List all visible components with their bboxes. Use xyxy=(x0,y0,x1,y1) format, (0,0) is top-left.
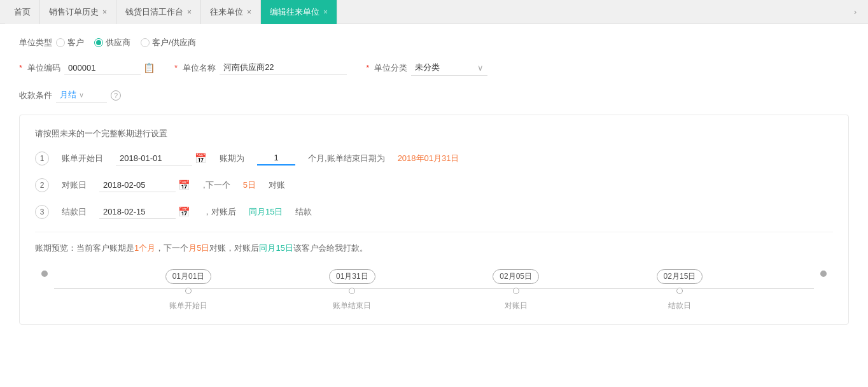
preview-text: 账期预览：当前客户账期是1个月，下一个月5日对账，对账后同月15日该客户会给我打… xyxy=(35,243,833,254)
preview-label: 账期预览： xyxy=(35,243,76,253)
timeline-container: 01月01日 账单开始日 01月31日 账单结束日 02月05日 对账日 xyxy=(35,269,833,311)
tab-edit-partner-label: 编辑往来单位 xyxy=(270,6,319,18)
content-area: 单位类型 客户 供应商 客户/供应商 * 单位编码 xyxy=(0,24,868,387)
timeline-right-end xyxy=(820,269,827,277)
unit-code-copy-icon[interactable]: 📋 xyxy=(143,62,155,74)
radio-supplier-circle xyxy=(94,38,103,47)
unit-name-label: 单位名称 xyxy=(183,62,216,74)
timeline-node-3: 02月05日 对账日 xyxy=(493,269,539,311)
unit-code-input[interactable] xyxy=(64,61,141,75)
unit-category-dropdown-icon: ∨ xyxy=(477,63,484,73)
step-3-desc-prefix: ，对账后 xyxy=(203,206,236,218)
tabs-bar: 首页 销售订单历史 × 钱货日清工作台 × 往来单位 × 编辑往来单位 × › xyxy=(0,0,868,24)
tab-home-label: 首页 xyxy=(14,6,31,18)
payment-terms-field: 收款条件 月结 ∨ ? xyxy=(19,87,121,103)
timeline-node-4: 02月15日 结款日 xyxy=(657,269,703,311)
step-1-period-unit: 个月,账单结束日期为 xyxy=(308,153,385,164)
unit-name-field: * 单位名称 xyxy=(174,61,347,75)
unit-name-required: * xyxy=(174,63,178,73)
timeline-badge-4: 02月15日 xyxy=(657,269,703,284)
settings-panel: 请按照未来的一个完整帐期进行设置 1 账单开始日 📅 账期为 个月,账单结束日期… xyxy=(19,115,849,325)
unit-name-input[interactable] xyxy=(220,61,347,75)
step-3-desc-suffix: 结款 xyxy=(295,206,312,218)
timeline-sub-1: 账单开始日 xyxy=(169,300,207,311)
step-2-date-input[interactable] xyxy=(99,178,176,192)
timeline-sub-4: 结款日 xyxy=(668,300,691,311)
tab-more-button[interactable]: › xyxy=(848,0,863,24)
tab-partner-units[interactable]: 往来单位 × xyxy=(201,0,261,24)
timeline-left-end xyxy=(41,269,48,277)
radio-supplier-label: 供应商 xyxy=(106,37,130,48)
step-3-date-input[interactable] xyxy=(99,205,176,219)
timeline-left-dot xyxy=(41,271,48,277)
tab-sales-order-history[interactable]: 销售订单历史 × xyxy=(40,0,116,24)
tab-cash-work[interactable]: 钱货日清工作台 × xyxy=(116,0,201,24)
timeline-badge-2: 01月31日 xyxy=(329,269,375,284)
step-2-row: 2 对账日 📅 ,下一个 5日 对账 xyxy=(35,178,833,192)
unit-code-field: * 单位编码 📋 xyxy=(19,61,155,75)
payment-terms-select[interactable]: 月结 ∨ xyxy=(56,87,107,103)
step-2-num: 2 xyxy=(35,178,49,192)
step-3-desc-highlight: 同月15日 xyxy=(249,206,283,218)
step-1-row: 1 账单开始日 📅 账期为 个月,账单结束日期为 2018年01月31日 xyxy=(35,151,833,165)
step-2-date-wrap: 📅 xyxy=(99,178,190,192)
unit-code-input-wrap: 📋 xyxy=(64,61,155,75)
step-1-calendar-icon[interactable]: 📅 xyxy=(195,153,207,164)
radio-supplier[interactable]: 供应商 xyxy=(94,37,130,48)
step-3-num: 3 xyxy=(35,205,49,219)
step-2-desc-suffix: 对账 xyxy=(269,179,285,191)
step-2-desc-prefix: ,下一个 xyxy=(203,179,230,191)
preview-p1: 当前客户账期是 xyxy=(76,243,134,253)
unit-code-label: 单位编码 xyxy=(27,62,60,74)
timeline-node-1: 01月01日 账单开始日 xyxy=(165,269,212,311)
tab-home[interactable]: 首页 xyxy=(5,0,40,24)
unit-type-row: 单位类型 客户 供应商 客户/供应商 xyxy=(19,37,849,48)
payment-terms-arrow-icon: ∨ xyxy=(79,91,84,99)
timeline-dot-2 xyxy=(349,288,355,294)
tab-edit-partner[interactable]: 编辑往来单位 × xyxy=(261,0,337,24)
timeline-dot-3 xyxy=(513,288,519,294)
preview-highlight-15th: 同月15日 xyxy=(259,243,293,253)
step-3-label: 结款日 xyxy=(62,206,87,218)
step-2-label: 对账日 xyxy=(62,179,87,191)
step-1-period-label: 账期为 xyxy=(220,153,244,164)
step-1-period-input[interactable] xyxy=(257,151,295,165)
panel-hint: 请按照未来的一个完整帐期进行设置 xyxy=(35,128,833,139)
preview-p3: 对账，对账后 xyxy=(209,243,259,253)
payment-terms-value: 月结 xyxy=(60,89,76,101)
payment-terms-help-icon[interactable]: ? xyxy=(111,90,121,101)
timeline-dot-4 xyxy=(676,288,683,294)
radio-both-label: 客户/供应商 xyxy=(152,37,196,48)
timeline-right-dot xyxy=(820,271,827,277)
preview-highlight-1month: 1个月 xyxy=(134,243,155,253)
tab-cash-work-label: 钱货日清工作台 xyxy=(125,6,183,18)
step-3-calendar-icon[interactable]: 📅 xyxy=(178,206,190,218)
radio-both-circle xyxy=(141,38,150,47)
preview-section: 账期预览：当前客户账期是1个月，下一个月5日对账，对账后同月15日该客户会给我打… xyxy=(35,232,833,311)
payment-terms-label: 收款条件 xyxy=(19,90,52,101)
timeline-badge-1: 01月01日 xyxy=(165,269,212,284)
step-2-calendar-icon[interactable]: 📅 xyxy=(178,179,190,191)
tab-cash-work-close[interactable]: × xyxy=(187,8,192,17)
preview-highlight-5th: 月5日 xyxy=(188,243,209,253)
step-3-date-wrap: 📅 xyxy=(99,205,190,219)
timeline-nodes: 01月01日 账单开始日 01月31日 账单结束日 02月05日 对账日 xyxy=(41,269,827,311)
tab-partner-units-label: 往来单位 xyxy=(210,6,243,18)
step-1-date-input[interactable] xyxy=(116,151,192,165)
unit-code-required: * xyxy=(19,63,22,73)
radio-customer[interactable]: 客户 xyxy=(56,37,84,48)
step-3-row: 3 结款日 📅 ，对账后 同月15日 结款 xyxy=(35,205,833,219)
preview-p4: 该客户会给我打款。 xyxy=(293,243,368,253)
timeline-badge-3: 02月05日 xyxy=(493,269,539,284)
tab-edit-partner-close[interactable]: × xyxy=(323,8,328,17)
tab-sales-order-history-close[interactable]: × xyxy=(102,8,107,17)
unit-category-field: * 单位分类 未分类 ∨ xyxy=(366,60,487,76)
tab-partner-units-close[interactable]: × xyxy=(247,8,251,17)
radio-both[interactable]: 客户/供应商 xyxy=(141,37,196,48)
tab-sales-order-history-label: 销售订单历史 xyxy=(49,6,99,18)
unit-type-radio-group: 客户 供应商 客户/供应商 xyxy=(56,37,196,48)
unit-category-select[interactable]: 未分类 ∨ xyxy=(411,60,487,76)
unit-category-label: 单位分类 xyxy=(374,62,407,74)
unit-category-required: * xyxy=(366,63,369,73)
timeline-dot-1 xyxy=(185,288,192,294)
